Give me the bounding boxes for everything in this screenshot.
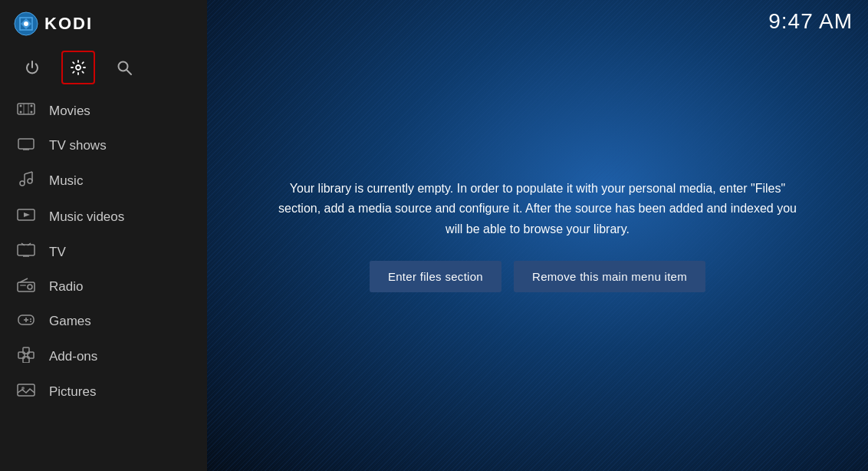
svg-point-36 [30,321,31,322]
sidebar-nav: Movies TV shows [0,94,207,471]
svg-point-3 [24,21,28,26]
sidebar-item-movies[interactable]: Movies [0,94,207,128]
sidebar-item-movies-label: Movies [49,104,90,119]
svg-marker-23 [24,212,30,217]
svg-rect-14 [18,139,34,149]
tv-shows-icon [15,136,37,155]
settings-button[interactable] [61,51,95,84]
kodi-logo: KODI [14,12,93,36]
sidebar-item-add-ons-label: Add-ons [49,349,97,364]
enter-files-button[interactable]: Enter files section [370,261,501,292]
sidebar-item-tv-label: TV [49,245,66,260]
search-button[interactable] [107,51,141,84]
content-center: Your library is currently empty. In orde… [269,179,806,292]
svg-line-21 [25,172,32,174]
radio-icon [15,277,37,296]
svg-point-29 [28,285,32,289]
library-message: Your library is currently empty. In orde… [269,179,806,239]
sidebar-item-pictures[interactable]: Pictures [0,374,207,409]
sidebar-item-radio-label: Radio [49,279,83,295]
svg-point-17 [20,181,25,186]
svg-rect-24 [18,245,35,255]
sidebar-item-tv-shows-label: TV shows [49,138,107,153]
svg-line-6 [127,70,131,74]
sidebar-item-games-label: Games [49,314,91,329]
svg-rect-13 [28,104,29,114]
settings-icon [70,59,87,76]
sidebar-item-pictures-label: Pictures [49,384,96,400]
sidebar-item-games[interactable]: Games [0,304,207,338]
sidebar-item-tv[interactable]: TV [0,235,207,269]
kodi-logo-icon [14,12,38,36]
music-videos-icon [15,206,37,227]
svg-point-9 [20,111,22,114]
svg-point-18 [28,179,32,183]
tv-icon [15,242,37,262]
music-icon [15,170,37,191]
svg-rect-30 [20,285,26,286]
sidebar-item-music[interactable]: Music [0,163,207,199]
action-buttons: Enter files section Remove this main men… [269,261,806,292]
sidebar: KODI [0,0,207,471]
kodi-logo-text: KODI [44,14,93,34]
power-button[interactable] [15,51,49,84]
svg-point-10 [31,105,33,107]
sidebar-item-music-videos[interactable]: Music videos [0,199,207,235]
sidebar-item-add-ons[interactable]: Add-ons [0,338,207,374]
sidebar-item-tv-shows[interactable]: TV shows [0,128,207,163]
sidebar-item-music-label: Music [49,173,83,189]
clock: 9:47 AM [768,9,853,34]
remove-menu-item-button[interactable]: Remove this main menu item [514,261,705,292]
svg-rect-12 [23,104,25,114]
sidebar-header: KODI [0,0,207,44]
main-content: 9:47 AM Your library is currently empty.… [207,0,868,471]
sidebar-toolbar [0,44,207,94]
add-ons-icon [15,346,37,367]
svg-point-11 [31,111,33,114]
svg-point-35 [30,318,31,320]
games-icon [15,311,37,331]
power-icon [24,59,41,76]
sidebar-item-radio[interactable]: Radio [0,269,207,304]
svg-point-4 [76,65,81,70]
movies-icon [15,101,37,120]
pictures-icon [15,382,37,401]
sidebar-item-music-videos-label: Music videos [49,209,124,225]
svg-point-8 [20,105,22,107]
search-icon [116,59,133,76]
